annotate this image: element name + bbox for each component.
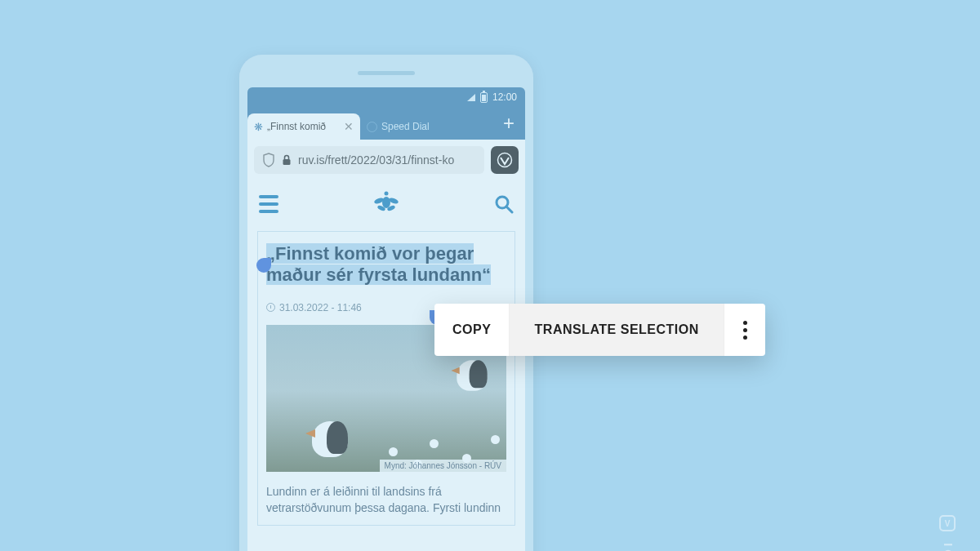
- svg-point-2: [382, 197, 390, 208]
- tab-strip: ❋ „Finnst komið ✕ Speed Dial +: [247, 107, 525, 140]
- image-caption: Mynd: Jóhannes Jónsson - RÚV: [380, 460, 506, 472]
- svg-line-9: [506, 207, 512, 212]
- copy-button[interactable]: COPY: [434, 304, 510, 356]
- brand-watermark: VIVALDI V: [939, 515, 956, 551]
- headline[interactable]: „Finnst komið vor þegar maður sér fyrsta…: [266, 243, 506, 286]
- status-bar: 12:00: [247, 87, 525, 107]
- svg-rect-0: [283, 159, 291, 165]
- status-time: 12:00: [492, 91, 517, 103]
- page-header: [247, 180, 525, 228]
- battery-icon: [480, 92, 488, 103]
- tab-label: Speed Dial: [381, 121, 430, 132]
- selected-text: „Finnst komið vor þegar maður sér fyrsta…: [266, 243, 491, 285]
- context-menu: COPY TRANSLATE SELECTION: [434, 304, 765, 356]
- article: „Finnst komið vor þegar maður sér fyrsta…: [257, 231, 515, 526]
- flower-decoration: [430, 439, 439, 448]
- svg-point-7: [385, 192, 389, 196]
- brand-text: VIVALDI: [941, 540, 955, 551]
- clock-icon: [266, 303, 275, 312]
- vivaldi-menu-button[interactable]: [491, 146, 519, 174]
- puffin-illustration: [457, 360, 487, 390]
- flower-decoration: [491, 435, 500, 444]
- close-icon[interactable]: ✕: [344, 120, 354, 133]
- phone-frame: 12:00 ❋ „Finnst komið ✕ Speed Dial + ruv…: [239, 55, 533, 551]
- tab-label: „Finnst komið: [267, 121, 326, 132]
- page-content: „Finnst komið vor þegar maður sér fyrsta…: [247, 180, 525, 551]
- puffin-illustration: [312, 421, 348, 457]
- selection-handle-start[interactable]: [256, 258, 271, 273]
- timestamp-text: 31.03.2022 - 11:46: [279, 302, 362, 313]
- phone-speaker: [358, 71, 415, 75]
- search-icon[interactable]: [494, 194, 514, 214]
- hamburger-icon[interactable]: [259, 195, 278, 213]
- article-body[interactable]: Lundinn er á leiðinni til landsins frá v…: [266, 483, 506, 517]
- tab-active[interactable]: ❋ „Finnst komið ✕: [247, 113, 360, 140]
- signal-icon: [467, 94, 475, 101]
- add-tab-button[interactable]: +: [492, 107, 525, 140]
- favicon-icon: ❋: [254, 121, 263, 133]
- more-options-button[interactable]: [724, 304, 765, 356]
- address-row: ruv.is/frett/2022/03/31/finnst-ko: [247, 140, 525, 180]
- tab-inactive[interactable]: Speed Dial: [360, 113, 474, 140]
- flower-decoration: [389, 447, 398, 456]
- translate-selection-button[interactable]: TRANSLATE SELECTION: [510, 304, 724, 356]
- vivaldi-favicon-icon: [367, 122, 377, 132]
- address-bar[interactable]: ruv.is/frett/2022/03/31/finnst-ko: [254, 146, 484, 174]
- lock-icon: [282, 154, 292, 166]
- url-text: ruv.is/frett/2022/03/31/finnst-ko: [298, 153, 454, 167]
- vivaldi-logo-icon: V: [939, 515, 956, 531]
- site-logo-icon[interactable]: [372, 189, 401, 220]
- shield-icon[interactable]: [262, 153, 275, 167]
